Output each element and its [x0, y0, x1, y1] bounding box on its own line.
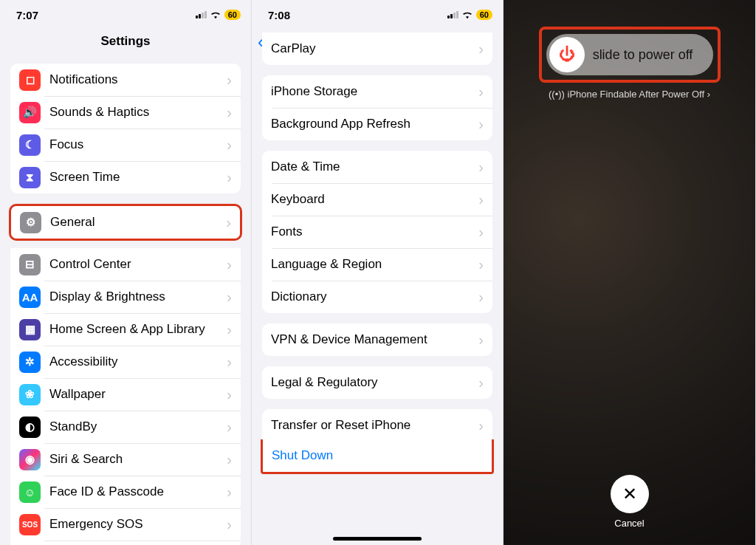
chevron-right-icon: › [478, 417, 484, 434]
list-item[interactable]: ✲Accessibility› [10, 346, 241, 378]
list-item[interactable]: Legal & Regulatory› [262, 366, 492, 399]
standby-icon: ◐ [19, 417, 41, 438]
general-list[interactable]: CarPlay › iPhone Storage›Background App … [252, 58, 503, 545]
list-item[interactable]: Keyboard› [262, 183, 492, 216]
battery-icon: 60 [224, 10, 241, 20]
list-item[interactable]: ❀Wallpaper› [10, 378, 241, 411]
list-item[interactable]: ◐StandBy› [10, 411, 241, 443]
list-item[interactable]: ◉Siri & Search› [10, 443, 241, 476]
list-item[interactable]: ⧗Screen Time› [10, 161, 241, 193]
row-label: Home Screen & App Library [49, 322, 227, 337]
findable-link[interactable]: ((•)) iPhone Findable After Power Off › [504, 89, 755, 100]
row-label: Legal & Regulatory [271, 375, 478, 390]
row-label: Background App Refresh [271, 117, 478, 131]
access-icon: ✲ [19, 352, 41, 373]
sound-icon: 🔊 [19, 102, 41, 123]
page-title: Settings [0, 27, 251, 58]
row-label: Focus [49, 137, 227, 152]
highlight-general: ⚙︎General› [9, 204, 242, 241]
row-label: Siri & Search [49, 452, 227, 467]
list-item[interactable]: ▦Home Screen & App Library› [10, 313, 241, 346]
settings-group: ◻︎Notifications›🔊Sounds & Haptics›☾Focus… [10, 64, 241, 193]
list-item[interactable]: ☺︎Face ID & Passcode› [10, 476, 241, 508]
highlight-shutdown: Shut Down [261, 439, 494, 474]
list-item-carplay[interactable]: CarPlay › [262, 32, 492, 65]
wifi-icon [210, 9, 221, 21]
chevron-right-icon: › [227, 104, 232, 121]
status-right: 60 [447, 9, 492, 21]
siri-icon: ◉ [19, 449, 41, 470]
list-item[interactable]: Date & Time› [262, 151, 492, 183]
status-time: 7:08 [268, 9, 290, 21]
row-label: Emergency SOS [49, 517, 227, 532]
list-item[interactable]: SOSEmergency SOS› [10, 508, 241, 541]
list-item[interactable]: Fonts› [262, 216, 492, 248]
settings-group: Legal & Regulatory› [262, 366, 492, 399]
wifi-icon [461, 9, 473, 21]
row-label: VPN & Device Management [271, 332, 478, 347]
chevron-right-icon: › [227, 72, 232, 89]
settings-group: Date & Time›Keyboard›Fonts›Language & Re… [262, 151, 492, 313]
close-icon: ✕ [622, 484, 637, 504]
list-item[interactable]: 🔊Sounds & Haptics› [10, 96, 241, 128]
settings-group: iPhone Storage›Background App Refresh› [262, 75, 492, 140]
general-screen: 7:08 60 ‹ Settings General CarPlay › iPh… [252, 0, 504, 545]
slide-label: slide to power off [585, 47, 710, 63]
notif-icon: ◻︎ [19, 69, 41, 91]
list-item[interactable]: VPN & Device Management› [262, 323, 492, 356]
list-item[interactable]: ⚙︎General› [11, 206, 240, 239]
settings-group: Transfer or Reset iPhone› [262, 409, 492, 442]
chevron-right-icon: › [227, 354, 232, 371]
chevron-right-icon: › [478, 289, 484, 306]
chevron-right-icon: › [226, 214, 231, 231]
row-label: General [50, 215, 226, 230]
wall-icon: ❀ [19, 384, 41, 405]
row-label: Language & Region [271, 257, 478, 272]
cancel-button[interactable]: ✕ [611, 475, 649, 513]
chevron-right-icon: › [227, 451, 232, 468]
row-label: Dictionary [271, 289, 478, 304]
chevron-right-icon: › [227, 137, 232, 154]
list-item[interactable]: iPhone Storage› [262, 75, 492, 108]
list-item[interactable]: Transfer or Reset iPhone› [262, 409, 492, 442]
chevron-right-icon: › [227, 419, 232, 436]
chevron-right-icon: › [478, 159, 484, 176]
settings-list[interactable]: ◻︎Notifications›🔊Sounds & Haptics›☾Focus… [0, 58, 251, 545]
chevron-right-icon: › [227, 484, 232, 501]
display-icon: AA [19, 287, 41, 308]
list-item[interactable]: ⊟Control Center› [10, 248, 241, 281]
settings-screen: 7:07 60 Settings ◻︎Notifications›🔊Sounds… [0, 0, 252, 545]
list-item[interactable]: Language & Region› [262, 248, 492, 281]
home-indicator[interactable] [333, 537, 422, 541]
row-label: Keyboard [271, 192, 478, 207]
cancel-area: ✕ Cancel [611, 475, 649, 529]
list-item[interactable]: Dictionary› [262, 281, 492, 313]
list-item[interactable]: ☾Focus› [10, 128, 241, 161]
chevron-right-icon: › [478, 332, 484, 349]
row-label: Face ID & Passcode [49, 484, 227, 499]
chevron-right-icon: › [478, 374, 484, 391]
chevron-right-icon: › [478, 41, 484, 58]
row-label: Control Center [49, 257, 227, 272]
list-item[interactable]: ✺Exposure Notifications› [10, 541, 241, 545]
row-label: Display & Brightness [49, 289, 227, 304]
row-label: Transfer or Reset iPhone [271, 418, 478, 433]
list-item[interactable]: AADisplay & Brightness› [10, 281, 241, 313]
findable-label: iPhone Findable After Power Off [568, 89, 704, 100]
row-label: Screen Time [49, 170, 227, 185]
power-icon[interactable]: ⏻ [549, 37, 585, 72]
list-item[interactable]: Background App Refresh› [262, 108, 492, 140]
status-right: 60 [196, 9, 241, 21]
list-item[interactable]: ◻︎Notifications› [10, 64, 241, 96]
row-label: Notifications [49, 72, 227, 87]
chevron-right-icon: › [707, 89, 710, 100]
power-off-slider[interactable]: ⏻ slide to power off [546, 34, 713, 75]
row-label: Date & Time [271, 160, 478, 174]
focus-icon: ☾ [19, 134, 41, 156]
chevron-right-icon: › [478, 256, 484, 273]
chevron-right-icon: › [227, 386, 232, 403]
settings-group: VPN & Device Management› [262, 323, 492, 356]
home-icon: ▦ [19, 319, 41, 340]
chevron-right-icon: › [478, 83, 484, 100]
list-item[interactable]: Shut Down [263, 439, 492, 472]
